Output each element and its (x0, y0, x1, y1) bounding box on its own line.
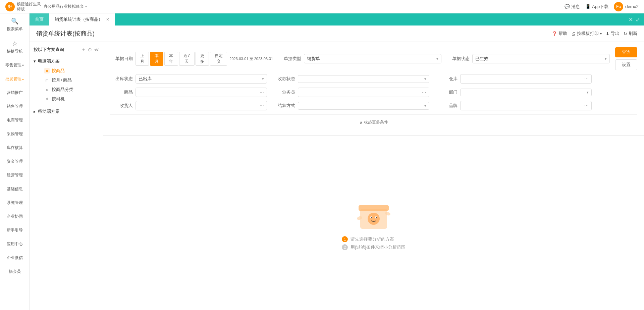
filter-row-4: 收货人 ··· 结算方式 ▾ (110, 101, 637, 110)
sidebar: 🔍 搜索菜单 ☆ 快捷导航 零售管理 ▾ 批发管理 ▴ 营销推广 销售管理 电商… (0, 13, 30, 310)
sidebar-item-finance[interactable]: 资金管理 (0, 155, 29, 168)
scheme-item-by-month-goods[interactable]: m 按月+商品 (36, 75, 103, 85)
svg-point-2 (368, 213, 380, 225)
scheme-group-mobile-title[interactable]: ▸ 移动端方案 (30, 106, 103, 116)
scheme-edit-icon[interactable]: ⊙ (88, 47, 92, 52)
filter-row-3: 商品 ··· 业务员 ··· (110, 88, 637, 97)
settings-btn[interactable]: 设置 (615, 59, 637, 70)
logo-text: 畅捷通好生意 标版 (17, 2, 41, 11)
filter-brand-input[interactable]: ··· (460, 101, 592, 110)
message-btn[interactable]: 💬 消息 (565, 4, 580, 10)
sidebar-item-quick-nav[interactable]: ☆ 快捷导航 (0, 36, 29, 58)
date-btn-this-year[interactable]: 本年 (164, 52, 178, 66)
scheme-group-mobile-arrow: ▸ (34, 109, 36, 114)
filter-goods-item: 商品 ··· (110, 88, 267, 97)
sidebar-item-wechat[interactable]: 企业微信 (0, 251, 29, 265)
empty-hint-2: 2 用[过滤]条件来缩小分析范围 (342, 244, 405, 250)
scheme-add-icon[interactable]: ＋ (81, 47, 86, 53)
filter-warehouse-input[interactable]: ··· (460, 74, 592, 84)
main-split: 按以下方案查询 ＋ ⊙ ≪ ▾ 电脑端方案 (30, 42, 644, 310)
filter-status-select[interactable]: 已生效 ▾ (472, 54, 610, 63)
sidebar-item-marketing[interactable]: 营销推广 (0, 86, 29, 100)
sidebar-item-system[interactable]: 系统管理 (0, 196, 29, 210)
tab-close-all-icon[interactable]: ✕ (629, 16, 633, 23)
date-btn-custom[interactable]: 自定义 (210, 52, 227, 66)
query-buttons: 查询 设置 (615, 47, 637, 70)
filter-settlement-label: 结算方式 (272, 103, 295, 109)
filter-collect-status-select[interactable]: ▾ (298, 75, 429, 83)
filter-salesman-input[interactable]: ··· (298, 88, 429, 97)
sidebar-item-corp[interactable]: 企业协同 (0, 210, 29, 223)
sidebar-item-newbie[interactable]: 新手引导 (0, 223, 29, 237)
main-layout: 🔍 搜索菜单 ☆ 快捷导航 零售管理 ▾ 批发管理 ▴ 营销推广 销售管理 电商… (0, 13, 644, 310)
brand-dots: ··· (584, 103, 589, 109)
collapse-arrow-icon: ∧ (360, 120, 363, 125)
tab-sales-stat[interactable]: 销货单统计表（按商品） ✕ (49, 13, 115, 25)
filter-type-select[interactable]: 销货单 ▾ (304, 54, 441, 63)
tab-home[interactable]: 首页 (30, 13, 49, 25)
sidebar-item-retail[interactable]: 零售管理 ▾ (0, 58, 29, 72)
scheme-item-by-goods[interactable]: ● 按商品 (36, 66, 103, 75)
sidebar-item-ecommerce[interactable]: 电商管理 (0, 113, 29, 127)
date-range-text: 2023-03-01 至 2023-03-31 (229, 56, 273, 61)
filter-goods-input[interactable]: ··· (136, 88, 267, 97)
header-left: 好 畅捷通好生意 标版 办公用品行业模拟账套 ▾ (5, 2, 87, 11)
user-name: demo2 (625, 4, 639, 9)
tab-restore-icon[interactable]: ⤢ (636, 16, 640, 23)
refresh-btn[interactable]: ↻ 刷新 (624, 31, 637, 37)
sidebar-item-stock[interactable]: 库存核算 (0, 141, 29, 155)
page-content: 销货单统计表(按商品) ❓ 帮助 🖨 按模板打印 ▾ ⬇ 导出 (30, 25, 644, 310)
sidebar-item-wholesale[interactable]: 批发管理 ▴ (0, 72, 29, 86)
svg-rect-1 (359, 205, 389, 211)
collapse-row: ∧ 收起更多条件 (110, 114, 637, 130)
empty-state: 1 请先选择要分析的方案 2 用[过滤]条件来缩小分析范围 (103, 136, 644, 310)
filter-out-status-item: 出库状态 已出库 ▾ (110, 74, 267, 84)
filter-collect-status-item: 收款状态 ▾ (272, 75, 429, 83)
breadcrumb[interactable]: 办公用品行业模拟账套 ▾ (44, 4, 87, 9)
filter-receiver-input[interactable]: ··· (136, 101, 267, 110)
filter-out-status-label: 出库状态 (110, 76, 133, 82)
help-btn[interactable]: ❓ 帮助 (552, 31, 567, 37)
hint-num-1: 1 (342, 236, 348, 242)
breadcrumb-arrow: ▾ (85, 5, 87, 8)
sidebar-item-app-center[interactable]: 应用中心 (0, 237, 29, 251)
date-btn-7days[interactable]: 近7天 (179, 52, 195, 66)
app-download-btn[interactable]: 📱 App下载 (585, 4, 608, 10)
tab-bar: 首页 销货单统计表（按商品） ✕ ✕ ⤢ (30, 13, 644, 25)
sidebar-item-member[interactable]: 畅会员 (0, 265, 29, 278)
date-btn-this-month[interactable]: 本月 (150, 52, 163, 66)
scheme-group-pc-title[interactable]: ▾ 电脑端方案 (30, 56, 103, 66)
scheme-collapse-icon[interactable]: ≪ (94, 47, 99, 52)
collect-status-arrow: ▾ (424, 77, 426, 81)
sidebar-item-search[interactable]: 🔍 搜索菜单 (0, 13, 29, 36)
settlement-arrow: ▾ (424, 104, 426, 108)
svg-point-6 (376, 217, 377, 218)
collapse-btn[interactable]: ∧ 收起更多条件 (357, 117, 391, 128)
scheme-item-by-cashier[interactable]: d 按司机 (36, 94, 103, 104)
filter-row-2: 出库状态 已出库 ▾ 收款状态 ▾ (110, 74, 637, 84)
filter-dept-select[interactable]: ▾ (460, 89, 592, 96)
filter-out-status-select[interactable]: 已出库 ▾ (136, 74, 267, 84)
salesman-dots: ··· (422, 89, 426, 95)
print-btn[interactable]: 🖨 按模板打印 ▾ (571, 31, 602, 37)
date-btn-more[interactable]: 更多 (196, 52, 209, 66)
sidebar-item-operation[interactable]: 经营管理 (0, 168, 29, 182)
empty-svg (354, 195, 394, 232)
print-dropdown-arrow: ▾ (600, 32, 602, 36)
filter-settlement-select[interactable]: ▾ (298, 102, 429, 110)
query-btn[interactable]: 查询 (615, 47, 637, 57)
user-profile[interactable]: Ea demo2 (614, 2, 639, 11)
filter-dept-label: 部门 (435, 89, 458, 95)
filter-salesman-label: 业务员 (272, 89, 295, 95)
filter-dept-item: 部门 ▾ (435, 89, 592, 96)
print-icon: 🖨 (571, 31, 576, 36)
sidebar-item-basic[interactable]: 基础信息 (0, 182, 29, 196)
sidebar-item-purchase[interactable]: 采购管理 (0, 127, 29, 141)
header-right: 💬 消息 📱 App下载 Ea demo2 (565, 2, 639, 11)
scheme-item-cashier-icon: d (44, 96, 50, 102)
date-btn-last-month[interactable]: 上月 (136, 52, 149, 66)
scheme-item-by-category[interactable]: c 按商品分类 (36, 85, 103, 94)
tab-close-btn[interactable]: ✕ (106, 17, 109, 22)
sidebar-item-sales[interactable]: 销售管理 (0, 100, 29, 113)
export-btn[interactable]: ⬇ 导出 (606, 31, 620, 37)
